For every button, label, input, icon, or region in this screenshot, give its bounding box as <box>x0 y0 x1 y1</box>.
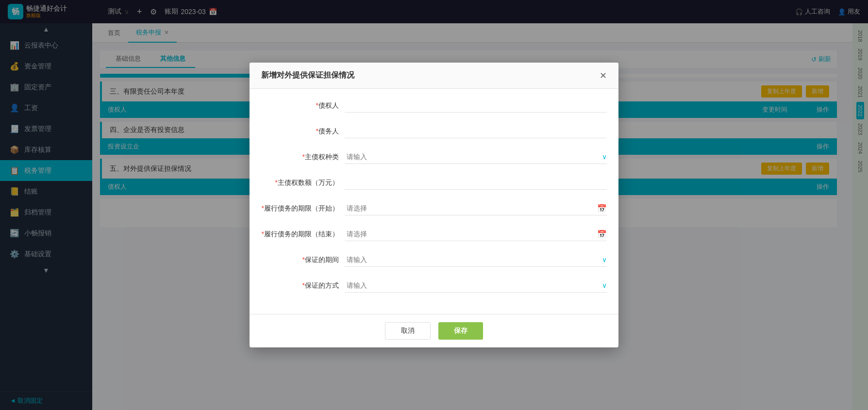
label-debt-amount: *主债权数额（万元） <box>261 179 339 187</box>
chevron-down-icon-debt-type[interactable]: ∨ <box>602 153 607 161</box>
input-creditor[interactable] <box>345 98 607 113</box>
form-row-period-start: *履行债务的期限（开始） 📅 <box>261 201 607 215</box>
input-debt-type[interactable] <box>345 150 602 164</box>
chevron-down-icon-guarantee-period[interactable]: ∨ <box>602 256 607 263</box>
calendar-icon-period-end[interactable]: 📅 <box>597 230 607 239</box>
input-period-start[interactable] <box>345 201 597 215</box>
label-guarantee-method: *保证的方式 <box>261 281 339 290</box>
form-row-debt-type: *主债权种类 ∨ <box>261 150 607 164</box>
modal-overlay: 新增对外提供保证担保情况 ✕ *债权人 *债务人 *主债权种类 <box>0 0 868 410</box>
input-debt-amount[interactable] <box>345 176 607 190</box>
input-debtor[interactable] <box>345 124 607 138</box>
form-row-creditor: *债权人 <box>261 98 607 113</box>
label-creditor: *债权人 <box>261 101 339 110</box>
input-guarantee-method[interactable] <box>345 279 602 292</box>
chevron-down-icon-guarantee-method[interactable]: ∨ <box>602 281 607 289</box>
date-wrapper-period-end: 📅 <box>345 227 607 241</box>
form-row-guarantee-period: *保证的期间 ∨ <box>261 253 607 267</box>
save-button[interactable]: 保存 <box>438 322 483 340</box>
cancel-button[interactable]: 取消 <box>385 322 431 340</box>
date-wrapper-period-start: 📅 <box>345 201 607 215</box>
calendar-icon-period-start[interactable]: 📅 <box>597 204 607 213</box>
input-period-end[interactable] <box>345 227 597 241</box>
label-period-end: *履行债务的期限（结束） <box>261 230 339 239</box>
modal-close-button[interactable]: ✕ <box>600 71 607 80</box>
select-wrapper-debt-type: ∨ <box>345 150 607 164</box>
input-guarantee-period[interactable] <box>345 253 602 266</box>
modal-header: 新增对外提供保证担保情况 ✕ <box>250 63 618 89</box>
modal-footer: 取消 保存 <box>250 314 618 347</box>
modal-dialog: 新增对外提供保证担保情况 ✕ *债权人 *债务人 *主债权种类 <box>250 63 618 347</box>
form-row-period-end: *履行债务的期限（结束） 📅 <box>261 227 607 241</box>
modal-title: 新增对外提供保证担保情况 <box>261 70 354 81</box>
form-row-guarantee-method: *保证的方式 ∨ <box>261 279 607 293</box>
label-guarantee-period: *保证的期间 <box>261 256 339 264</box>
label-period-start: *履行债务的期限（开始） <box>261 204 339 213</box>
select-wrapper-guarantee-method: ∨ <box>345 279 607 293</box>
modal-body: *债权人 *债务人 *主债权种类 ∨ <box>250 89 618 314</box>
label-debtor: *债务人 <box>261 127 339 136</box>
form-row-debt-amount: *主债权数额（万元） <box>261 176 607 190</box>
form-row-debtor: *债务人 <box>261 124 607 138</box>
select-wrapper-guarantee-period: ∨ <box>345 253 607 267</box>
label-debt-type: *主债权种类 <box>261 153 339 162</box>
